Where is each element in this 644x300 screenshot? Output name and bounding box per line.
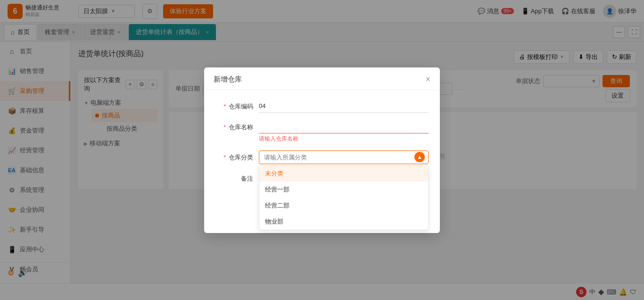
category-option-none[interactable]: 未分类 (259, 166, 428, 182)
warehouse-name-error: 请输入仓库名称 (259, 135, 429, 143)
modal-title: 新增仓库 (214, 75, 242, 84)
warehouse-name-input[interactable] (259, 120, 429, 133)
warehouse-category-label: * 仓库分类 (215, 150, 253, 162)
category-input[interactable] (259, 150, 429, 164)
warehouse-name-label: * 仓库名称 (215, 120, 253, 132)
new-warehouse-modal: 新增仓库 × * 仓库编码 * 仓库名称 (204, 67, 440, 233)
warehouse-category-control: ▲ 未分类 经营一部 经营二部 物业部 (259, 150, 429, 164)
modal-close-btn[interactable]: × (425, 75, 430, 83)
modal-header: 新增仓库 × (204, 67, 440, 90)
warehouse-code-row: * 仓库编码 (215, 100, 429, 113)
warehouse-category-row: * 仓库分类 ▲ 未分类 经营一部 经营二部 物业部 (215, 150, 429, 164)
category-option-ops2[interactable]: 经营二部 (259, 198, 428, 214)
warehouse-code-control (259, 100, 429, 113)
category-option-ops1[interactable]: 经营一部 (259, 182, 428, 198)
warehouse-code-label: * 仓库编码 (215, 100, 253, 111)
modal-body: * 仓库编码 * 仓库名称 请输入仓库名称 (204, 90, 440, 202)
warehouse-name-control: 请输入仓库名称 (259, 120, 429, 143)
warehouse-code-input[interactable] (259, 100, 429, 113)
remark-label: 备注 (215, 172, 253, 183)
category-toggle-btn[interactable]: ▲ (414, 152, 425, 162)
warehouse-name-row: * 仓库名称 请输入仓库名称 (215, 120, 429, 143)
category-option-property[interactable]: 物业部 (259, 214, 428, 230)
category-input-wrapper: ▲ (259, 150, 429, 164)
category-dropdown: 未分类 经营一部 经营二部 物业部 (259, 165, 429, 230)
modal-overlay: 新增仓库 × * 仓库编码 * 仓库名称 (0, 0, 644, 300)
